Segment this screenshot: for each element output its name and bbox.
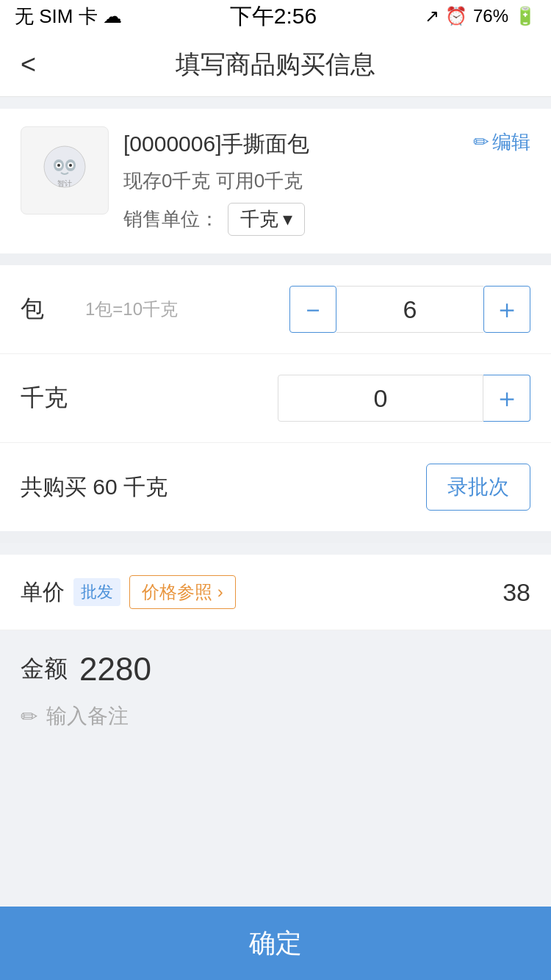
divider-1: [0, 253, 551, 265]
remark-row[interactable]: ✏ 输入备注: [21, 702, 530, 751]
sim-status: 无 SIM 卡 ☁: [15, 4, 122, 29]
confirm-button-label: 确定: [249, 926, 302, 962]
price-label: 单价: [21, 577, 65, 608]
kg-label: 千克: [21, 382, 79, 414]
status-time: 下午2:56: [230, 1, 317, 32]
product-thumb-icon: 智计: [43, 145, 87, 197]
alarm-icon: ⏰: [445, 6, 467, 26]
pack-quantity-input[interactable]: [336, 286, 483, 333]
quantity-section: 包 1包=10千克 － ＋ 千克 ＋ 共购买 60 千克 录批次: [0, 265, 551, 531]
price-value: 38: [503, 578, 530, 607]
nav-bar: < 填写商品购买信息: [0, 32, 551, 97]
price-tag: 批发: [73, 578, 120, 606]
unit-value: 千克: [240, 206, 278, 232]
amount-row: 金额 2280: [21, 651, 530, 688]
summary-qty-val: 60: [93, 475, 117, 499]
edit-label: 编辑: [492, 129, 530, 155]
summary-text: 共购买 60 千克: [21, 472, 168, 502]
unit-selector[interactable]: 千克 ▾: [228, 203, 305, 236]
summary-unit-val: 千克: [123, 475, 168, 499]
battery-level: 76%: [473, 6, 508, 26]
svg-text:智计: 智计: [57, 179, 72, 187]
kg-quantity-input[interactable]: [278, 375, 483, 422]
product-name: [0000006]手撕面包: [123, 129, 473, 159]
status-bar: 无 SIM 卡 ☁ 下午2:56 ↗ ⏰ 76% 🔋: [0, 0, 551, 32]
price-reference-button[interactable]: 价格参照 ›: [129, 575, 236, 609]
batch-button[interactable]: 录批次: [426, 464, 530, 511]
pack-plus-button[interactable]: ＋: [483, 286, 530, 333]
divider-2: [0, 531, 551, 543]
confirm-button[interactable]: 确定: [0, 907, 551, 980]
quantity-kg-row: 千克 ＋: [0, 354, 551, 443]
summary-row: 共购买 60 千克 录批次: [0, 443, 551, 531]
page-title: 填写商品购买信息: [176, 48, 375, 82]
amount-section: 金额 2280 ✏ 输入备注: [0, 630, 551, 751]
pack-label: 包: [21, 293, 79, 325]
edit-button[interactable]: ✏ 编辑: [473, 129, 530, 155]
edit-icon: ✏: [473, 131, 489, 154]
product-stock: 现存0千克 可用0千克: [123, 168, 530, 194]
pack-sublabel: 1包=10千克: [85, 298, 289, 321]
svg-point-5: [57, 164, 60, 167]
pack-minus-button[interactable]: －: [289, 286, 336, 333]
product-thumbnail: 智计: [21, 126, 109, 215]
amount-value: 2280: [79, 651, 151, 688]
kg-plus-button[interactable]: ＋: [483, 375, 530, 422]
pencil-icon: ✏: [21, 705, 37, 729]
unit-chevron-icon: ▾: [283, 208, 292, 231]
battery-icon: 🔋: [514, 6, 536, 26]
remark-placeholder: 输入备注: [46, 702, 129, 730]
amount-label: 金额: [21, 653, 68, 685]
summary-prefix: 共购买: [21, 475, 87, 499]
location-icon: ↗: [425, 6, 439, 26]
status-left: 无 SIM 卡 ☁: [15, 4, 122, 29]
pack-controls: － ＋: [289, 286, 530, 333]
price-section: 单价 批发 价格参照 › 38: [0, 555, 551, 630]
back-button[interactable]: <: [21, 49, 36, 80]
kg-controls: ＋: [278, 375, 530, 422]
product-info: [0000006]手撕面包 ✏ 编辑 现存0千克 可用0千克 销售单位： 千克 …: [123, 126, 530, 236]
price-row: 单价 批发 价格参照 › 38: [0, 555, 551, 630]
product-card: 智计 [0000006]手撕面包 ✏ 编辑 现存0千克 可用0千克 销售单位： …: [0, 109, 551, 253]
quantity-pack-row: 包 1包=10千克 － ＋: [0, 265, 551, 354]
product-unit-row: 销售单位： 千克 ▾: [123, 203, 530, 236]
status-right: ↗ ⏰ 76% 🔋: [425, 6, 536, 26]
svg-point-6: [69, 164, 72, 167]
unit-label: 销售单位：: [123, 206, 219, 232]
